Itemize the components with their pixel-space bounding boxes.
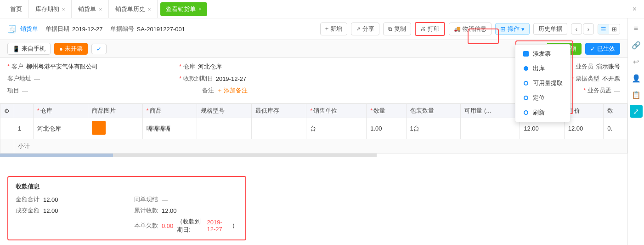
sidebar-icon-4[interactable]: 👤 xyxy=(630,72,643,85)
plus-icon: ＋ xyxy=(217,86,223,95)
cell-pack-qty: 1台 xyxy=(406,118,461,139)
copy-label: 复制 xyxy=(394,25,406,33)
truck-icon: 🚚 xyxy=(454,26,461,32)
tab-view-sales-close[interactable]: × xyxy=(198,6,201,12)
next-button[interactable]: › xyxy=(583,23,594,34)
cumulative-label: 累计收款 xyxy=(134,206,158,215)
nav-arrows: ‹ › xyxy=(571,23,594,34)
effective-label: 已生效 xyxy=(597,45,615,53)
operations-button[interactable]: ⊞ 操作 ▾ xyxy=(495,23,530,35)
locate-icon xyxy=(523,95,529,101)
owed-value: 0.00 xyxy=(162,222,173,229)
sidebar-icon-3[interactable]: ↩ xyxy=(630,55,643,68)
grid-view-button[interactable]: ⊞ xyxy=(609,24,620,34)
total-amount-item: 金额合计 12.00 xyxy=(16,195,119,204)
refresh-icon xyxy=(523,109,529,116)
employee2-value: — xyxy=(614,87,620,94)
col-amount: 数 xyxy=(604,104,627,118)
from-mobile-label: 来自手机 xyxy=(22,45,45,53)
owed-item: 本单欠款 0.00 （收款到期日: 2019-12-27 ） xyxy=(134,217,238,234)
tab-view-sales-label: 查看销货单 xyxy=(166,5,196,13)
tab-inventory-init[interactable]: 库存期初 × xyxy=(29,0,72,18)
new-button[interactable]: + 新增 xyxy=(320,23,347,35)
tab-bar: 首页 库存期初 × 销货单 × 销货单历史 × 查看销货单 × × xyxy=(0,0,644,18)
tab-sales-history[interactable]: 销货单历史 × xyxy=(109,0,158,18)
right-sidebar: ≡ 🔗 ↩ 👤 📋 ⤢ xyxy=(627,18,644,245)
warehouse-field: 仓库 河北仓库 xyxy=(179,63,340,71)
list-view-button[interactable]: ☰ xyxy=(598,24,609,34)
subtotal-row: 小计 xyxy=(0,139,627,154)
available-qty-label: 可用量提取 xyxy=(533,79,563,87)
payment-grid: 金额合计 12.00 同单现结 — 成交金额 12.00 累计收款 12.00 … xyxy=(16,195,238,234)
share-button[interactable]: ↗ 分享 xyxy=(351,23,379,35)
from-mobile-button[interactable]: 📱 来自手机 xyxy=(7,43,51,55)
owed-label: 本单欠款 xyxy=(134,222,158,230)
product-image xyxy=(92,121,106,135)
tab-view-sales[interactable]: 查看销货单 × xyxy=(160,2,207,16)
address-label: 客户地址 xyxy=(7,74,31,83)
sidebar-icon-5[interactable]: 📋 xyxy=(630,88,643,101)
col-product-img: 商品图片 xyxy=(88,104,142,118)
col-spec: 规格型号 xyxy=(197,104,252,118)
refresh-label: 刷新 xyxy=(533,108,545,117)
employee-value: 演示账号 xyxy=(596,63,620,71)
col-sales-unit: *销售单位 xyxy=(306,104,367,118)
doc-actions: + 新增 ↗ 分享 ⧉ 复制 🖨 打印 🚚 xyxy=(320,22,620,36)
payment-title: 收款信息 xyxy=(16,182,238,191)
col-index xyxy=(14,104,34,118)
tab-sales-history-close[interactable]: × xyxy=(148,6,151,12)
warehouse-value: 河北仓库 xyxy=(198,63,222,71)
grid-icon: ⊞ xyxy=(500,25,506,33)
employee2-field: 业务员孟 — xyxy=(583,86,620,95)
not-opened-label: 未开票 xyxy=(65,45,83,53)
cell-warehouse: 河北仓库 xyxy=(33,118,88,139)
prev-button[interactable]: ‹ xyxy=(571,23,582,34)
history-button[interactable]: 历史单据 xyxy=(533,23,567,35)
print-label: 打印 xyxy=(428,25,440,33)
total-amount-value: 12.00 xyxy=(43,196,58,203)
add-note-label: 添加备注 xyxy=(224,86,248,95)
tab-sales-order-close[interactable]: × xyxy=(99,6,102,12)
copy-button[interactable]: ⧉ 复制 xyxy=(383,23,411,35)
sidebar-icon-expand[interactable]: ⤢ xyxy=(630,105,643,118)
owed-close: ） xyxy=(232,222,238,230)
add-invoice-icon xyxy=(523,51,529,57)
sidebar-icon-1[interactable]: ≡ xyxy=(630,22,643,35)
cell-product-img xyxy=(88,118,142,139)
ticket-icon: ● xyxy=(59,46,63,52)
tab-sales-order[interactable]: 销货单 × xyxy=(72,0,108,18)
customer-label: 客户 xyxy=(7,63,23,71)
confirmed-icon-btn[interactable]: ✓ xyxy=(91,44,107,54)
locate-label: 定位 xyxy=(533,94,545,102)
doc-header: 🧾 销货单 单据日期 2019-12-27 单据编号 SA-20191227-0… xyxy=(0,18,627,40)
logistics-button[interactable]: 🚚 物流信息 xyxy=(449,23,491,35)
view-toggle: ☰ ⊞ xyxy=(598,24,620,34)
tab-inventory-init-label: 库存期初 xyxy=(35,5,59,13)
project-value: — xyxy=(22,87,28,94)
tab-inventory-init-close[interactable]: × xyxy=(62,6,65,12)
tab-home[interactable]: 首页 xyxy=(4,0,29,18)
effective-button[interactable]: ✓ 已生效 xyxy=(585,43,620,55)
print-button[interactable]: 🖨 打印 xyxy=(415,22,445,36)
dropdown-outbound[interactable]: 出库 xyxy=(515,61,570,76)
dropdown-locate[interactable]: 定位 xyxy=(515,91,570,105)
transaction-item: 成交金额 12.00 xyxy=(16,206,119,215)
dropdown-refresh[interactable]: 刷新 xyxy=(515,105,570,120)
not-opened-button[interactable]: ● 未开票 xyxy=(54,43,88,55)
scroll-bar[interactable] xyxy=(0,154,377,157)
project-label: 项目 xyxy=(7,86,19,95)
doc-meta: 单据日期 2019-12-27 单据编号 SA-20191227-001 xyxy=(45,25,185,33)
outbound-icon xyxy=(523,65,529,72)
sidebar-icon-2[interactable]: 🔗 xyxy=(630,39,643,51)
dropdown-available-qty[interactable]: 可用量提取 xyxy=(515,76,570,91)
doc-type-label: 销货单 xyxy=(20,25,38,33)
cumulative-value: 12.00 xyxy=(162,207,177,214)
col-product: *商品 xyxy=(142,104,197,118)
mobile-icon: 📱 xyxy=(12,46,20,52)
window-close-button[interactable]: × xyxy=(629,5,640,13)
number-label: 单据编号 xyxy=(110,25,134,33)
dropdown-add-invoice[interactable]: 添发票 xyxy=(515,46,570,61)
cell-spec xyxy=(197,118,252,139)
add-note-button[interactable]: ＋ 添加备注 xyxy=(217,86,248,95)
dropdown-arrow-icon: ▾ xyxy=(521,26,525,33)
